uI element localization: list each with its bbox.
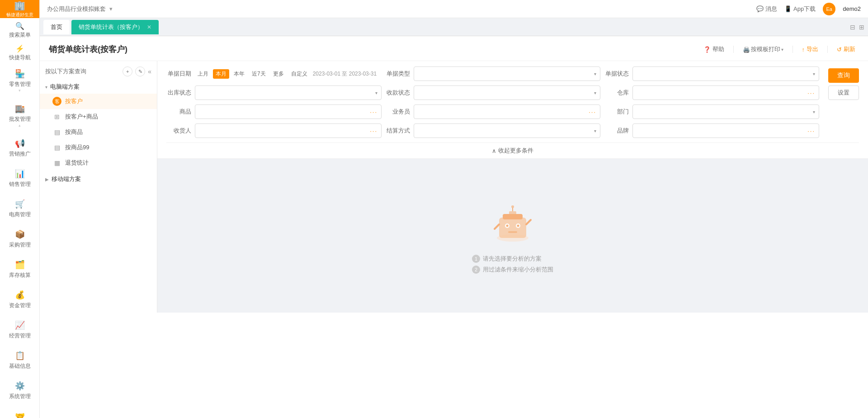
edit-scheme-button[interactable]: ✎ <box>135 66 145 76</box>
tab-sales-stat[interactable]: 销货单统计表（按客户） ✕ <box>71 20 159 34</box>
sidebar-item-inventory[interactable]: 🗂️ 库存核算 <box>0 254 40 285</box>
tab-min-icon[interactable]: ⊟ <box>850 24 855 31</box>
filter-label-warehouse: 仓库 <box>604 89 629 97</box>
avatar-text: Ea <box>826 6 832 12</box>
sidebar-item-enterprise[interactable]: 🤝 企业协同 <box>0 406 40 418</box>
message-button[interactable]: 💬 消息 <box>756 5 777 13</box>
inventory-icon: 🗂️ <box>15 260 25 270</box>
filter-input-collection[interactable]: ▾ <box>414 86 600 100</box>
scheme-dot-icon: 客 <box>52 97 61 106</box>
filter-input-product[interactable]: ··· <box>195 104 382 119</box>
divider1 <box>733 46 734 53</box>
page-inner: 销货单统计表(按客户) ❓ 帮助 🖨️ 按模板打印 ▾ ↑ <box>40 36 868 418</box>
scheme-item-by-customer-product[interactable]: ⊞ 按客户+商品 <box>40 109 157 124</box>
content-data-area: 1 请先选择要分析的方案 2 用过滤条件来缩小分析范围 <box>157 159 868 313</box>
collapse-panel-button[interactable]: « <box>148 68 151 75</box>
sidebar-item-sales[interactable]: 📊 销售管理 <box>0 163 40 194</box>
print-button[interactable]: 🖨️ 按模板打印 ▾ <box>739 43 787 55</box>
purchase-icon: 📦 <box>15 229 25 239</box>
collapse-bar[interactable]: ∧ 收起更多条件 <box>166 142 859 158</box>
panel-tools: + ✎ « <box>123 66 151 76</box>
filter-input-department[interactable]: ▾ <box>632 104 819 119</box>
brand-dots-icon: ··· <box>807 128 815 134</box>
sidebar-label-ecommerce: 电商管理 <box>9 211 31 218</box>
sidebar-item-purchase[interactable]: 📦 采购管理 <box>0 224 40 254</box>
collection-arrow-icon: ▾ <box>594 90 596 95</box>
svg-line-8 <box>495 224 499 229</box>
help-button[interactable]: ❓ 帮助 <box>700 43 728 55</box>
filter-input-receiver[interactable]: ··· <box>195 124 382 138</box>
export-button[interactable]: ↑ 导出 <box>798 43 822 55</box>
panel-title: 按以下方案查询 <box>45 67 86 76</box>
tip-text-1: 请先选择要分析的方案 <box>483 255 542 263</box>
app-download-button[interactable]: 📱 App下载 <box>784 5 816 13</box>
filter-item-billtype: 单据类型 ▾ <box>385 66 600 81</box>
filter-item-warehouse: 仓库 ··· <box>604 86 819 100</box>
refresh-button[interactable]: ↺ 刷新 <box>833 43 859 55</box>
page-body: 按以下方案查询 + ✎ « ▾ 电脑端方案 <box>40 61 868 313</box>
tip-num-2: 2 <box>472 266 480 274</box>
date-tab-lastmonth[interactable]: 上月 <box>195 69 211 79</box>
date-tab-custom[interactable]: 自定义 <box>288 69 310 79</box>
scheme-item-by-customer[interactable]: 客 按客户 <box>40 94 157 109</box>
sales-icon: 📊 <box>15 169 25 179</box>
filter-input-outstatus[interactable]: ▾ <box>195 86 382 100</box>
billtype-arrow-icon: ▾ <box>594 71 596 76</box>
filter-input-salesperson[interactable]: ··· <box>414 104 600 119</box>
filter-label-billtype: 单据类型 <box>385 70 410 78</box>
date-tab-thismonth[interactable]: 本月 <box>213 69 229 79</box>
filter-input-settlement[interactable]: ▾ <box>414 124 600 138</box>
salesperson-dots-icon: ··· <box>589 109 596 115</box>
scheme-group-desktop-header[interactable]: ▾ 电脑端方案 <box>40 80 157 94</box>
sidebar-item-finance[interactable]: 💰 资金管理 <box>0 285 40 315</box>
sidebar: 🏢 畅捷通好生意 🔍 搜索菜单 ⚡ 快捷导航 🏪 零售管理 ▾ 🏬 批发管理 ▴… <box>0 0 40 418</box>
date-tab-thisyear[interactable]: 本年 <box>231 69 247 79</box>
sidebar-item-ecommerce[interactable]: 🛒 电商管理 <box>0 194 40 224</box>
tab-home[interactable]: 首页 <box>43 20 70 34</box>
sidebar-item-quicknav[interactable]: ⚡ 快捷导航 <box>0 41 40 63</box>
sidebar-item-operations[interactable]: 📈 经营管理 <box>0 315 40 345</box>
add-scheme-button[interactable]: + <box>123 66 132 76</box>
scheme-group-mobile[interactable]: ▶ 移动端方案 <box>40 172 157 186</box>
sidebar-item-basicinfo[interactable]: 📋 基础信息 <box>0 345 40 375</box>
date-tab-more[interactable]: 更多 <box>270 69 287 79</box>
filter-item-outstatus: 出库状态 ▾ <box>166 86 382 100</box>
query-button[interactable]: 查询 <box>828 68 859 83</box>
scheme-icon-return: ▦ <box>52 158 61 167</box>
user-avatar[interactable]: Ea <box>823 3 835 15</box>
message-icon: 💬 <box>756 5 764 12</box>
empty-tips: 1 请先选择要分析的方案 2 用过滤条件来缩小分析范围 <box>472 255 553 276</box>
sidebar-item-search[interactable]: 🔍 搜索菜单 <box>0 18 40 41</box>
sidebar-item-marketing[interactable]: 📢 营销推广 <box>0 133 40 163</box>
setting-button[interactable]: 设置 <box>828 86 859 100</box>
sidebar-item-wholesale[interactable]: 🏬 批发管理 ▴ <box>0 98 40 133</box>
filter-content-area: 单据日期 上月 本月 本年 近7天 更多 <box>157 61 868 313</box>
logo-text: 畅捷通好生意 <box>6 12 33 18</box>
tab-max-icon[interactable]: ⊞ <box>859 24 864 31</box>
product-dropdown-icon[interactable]: ▾ <box>109 5 113 12</box>
filter-input-billtype[interactable]: ▾ <box>414 66 600 81</box>
filter-input-billstatus[interactable]: ▾ <box>632 66 819 81</box>
filter-label-settlement: 结算方式 <box>385 127 410 135</box>
scheme-item-return-stat[interactable]: ▦ 退货统计 <box>40 155 157 171</box>
filter-label-salesperson: 业务员 <box>385 108 410 116</box>
print-icon: 🖨️ <box>743 46 750 53</box>
sidebar-item-retail[interactable]: 🏪 零售管理 ▾ <box>0 63 40 98</box>
export-icon: ↑ <box>802 46 805 53</box>
filter-item-department: 部门 ▾ <box>604 104 819 119</box>
filter-input-warehouse[interactable]: ··· <box>632 86 819 100</box>
scheme-item-by-product-99[interactable]: ▤ 按商品99 <box>40 140 157 155</box>
filter-input-brand[interactable]: ··· <box>632 124 819 138</box>
filter-label-date: 单据日期 <box>166 70 191 78</box>
sidebar-item-system[interactable]: ⚙️ 系统管理 <box>0 375 40 406</box>
tab-close-icon[interactable]: ✕ <box>147 24 151 30</box>
print-dropdown-icon: ▾ <box>781 47 783 52</box>
scheme-item-by-product[interactable]: ▤ 按商品 <box>40 124 157 140</box>
app-logo[interactable]: 🏢 畅捷通好生意 <box>0 0 40 18</box>
date-tab-last7[interactable]: 近7天 <box>249 69 269 79</box>
scheme-label-product99: 按商品99 <box>65 143 89 152</box>
filter-label-receiver: 收货人 <box>166 127 191 135</box>
product-name: 办公用品行业模拟账套 <box>47 5 106 13</box>
filter-label-brand: 品牌 <box>604 127 629 135</box>
scheme-label-by-customer: 按客户 <box>65 97 83 105</box>
